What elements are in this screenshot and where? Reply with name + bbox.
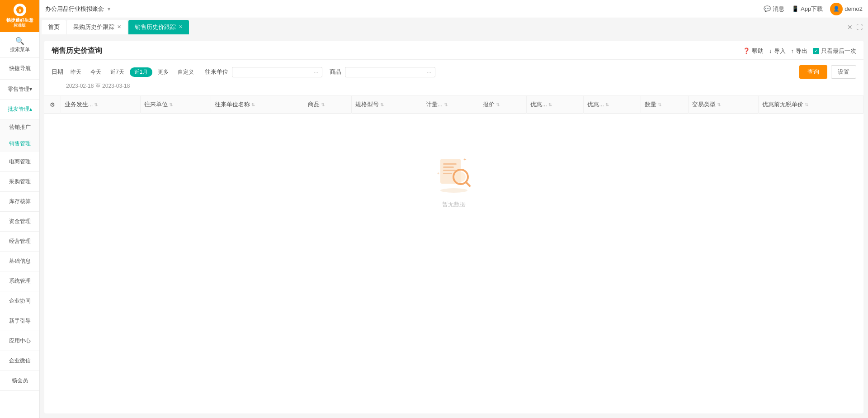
col-biz-date-label: 业务发生... xyxy=(65,100,93,109)
partner-label: 往来单位 xyxy=(205,68,228,76)
col-discount-amt-label: 优惠... xyxy=(587,100,604,109)
date-btn-1month[interactable]: 近1月 xyxy=(130,67,153,77)
tab-sales-close-icon[interactable]: ✕ xyxy=(179,24,183,30)
sidebar-item-finance[interactable]: 资金管理 xyxy=(0,212,39,232)
tab-sales-label: 销售历史价跟踪 xyxy=(135,23,176,31)
message-icon: 💬 xyxy=(764,5,771,12)
col-quote[interactable]: 报价 ⇅ xyxy=(479,96,527,114)
export-button[interactable]: ↑ 导出 xyxy=(791,47,808,55)
export-label: 导出 xyxy=(796,47,807,55)
filter-row-1: 日期 昨天 今天 近7天 近1月 更多 自定义 往来单位 xyxy=(52,65,856,79)
col-quote-sort-icon: ⇅ xyxy=(496,102,500,107)
ecommerce-label: 电商管理 xyxy=(9,158,31,166)
page-title: 销售历史价查询 xyxy=(52,46,102,56)
system-label: 系统管理 xyxy=(9,277,31,285)
user-profile[interactable]: 👤 demo2 xyxy=(830,3,863,15)
col-trade-type[interactable]: 交易类型 ⇅ xyxy=(688,96,759,114)
col-qty[interactable]: 数量 ⇅ xyxy=(641,96,688,114)
page-card: 销售历史价查询 ❓ 帮助 ↓ 导入 ↑ 导出 ✓ xyxy=(44,41,863,413)
help-button[interactable]: ❓ 帮助 xyxy=(743,47,764,55)
tab-expand-icon[interactable]: ⛶ xyxy=(856,24,863,31)
sidebar-item-inventory[interactable]: 库存核算 xyxy=(0,192,39,212)
date-range-text: 2023-02-18 至 2023-03-18 xyxy=(66,82,130,90)
tab-home[interactable]: 首页 xyxy=(42,20,66,34)
help-label: 帮助 xyxy=(752,47,764,55)
col-partner-name[interactable]: 往来单位名称 ⇅ xyxy=(211,96,304,114)
goods-filter-group: 商品 ··· xyxy=(330,67,435,77)
col-unit[interactable]: 计量... ⇅ xyxy=(422,96,479,114)
only-last-checkbox[interactable]: ✓ xyxy=(813,48,819,54)
sidebar-item-system[interactable]: 系统管理 xyxy=(0,271,39,291)
message-button[interactable]: 💬 消息 xyxy=(764,5,784,13)
date-btn-more[interactable]: 更多 xyxy=(154,67,172,77)
tab-purchase-history[interactable]: 采购历史价跟踪 ✕ xyxy=(67,20,127,34)
col-goods-sort-icon: ⇅ xyxy=(321,102,325,107)
app-logo[interactable]: 6 畅捷通好生意 标准版 xyxy=(0,0,39,32)
col-discount-rate[interactable]: 优惠... ⇅ xyxy=(527,96,584,114)
operations-label: 经营管理 xyxy=(9,238,31,245)
empty-text: 暂无数据 xyxy=(442,200,466,209)
col-partner-code-sort-icon: ⇅ xyxy=(169,102,173,107)
only-last-checkbox-wrap: ✓ 只看最后一次 xyxy=(813,47,856,55)
sidebar-item-ecommerce[interactable]: 电商管理 xyxy=(0,152,39,172)
sidebar-item-operations[interactable]: 经营管理 xyxy=(0,232,39,252)
sidebar-item-retail[interactable]: 零售管理 ▾ xyxy=(0,80,39,100)
topbar-left: 办公用品行业模拟账套 ▾ xyxy=(45,5,110,13)
col-spec[interactable]: 规格型号 ⇅ xyxy=(352,96,422,114)
tab-minimize-icon[interactable]: ✕ xyxy=(847,24,853,31)
sidebar-item-newbie[interactable]: 新手引导 xyxy=(0,311,39,331)
empty-illustration: ✦ ✦ xyxy=(431,150,476,195)
tab-purchase-label: 采购历史价跟踪 xyxy=(73,23,114,31)
date-btn-custom[interactable]: 自定义 xyxy=(174,67,198,77)
col-discount-rate-sort-icon: ⇅ xyxy=(548,102,552,107)
sidebar-item-apps[interactable]: 应用中心 xyxy=(0,331,39,351)
svg-text:6: 6 xyxy=(19,8,21,13)
date-btn-today[interactable]: 今天 xyxy=(87,67,105,77)
tab-sales-history[interactable]: 销售历史价跟踪 ✕ xyxy=(128,20,189,34)
wechat-label: 企业微信 xyxy=(9,357,31,365)
sidebar-item-marketing[interactable]: 营销推广 xyxy=(0,119,39,136)
sidebar-item-sales[interactable]: 销售管理 xyxy=(0,136,39,152)
sidebar-item-member[interactable]: 畅会员 xyxy=(0,371,39,391)
date-btn-7days[interactable]: 近7天 xyxy=(107,67,128,77)
col-trade-type-label: 交易类型 xyxy=(692,100,716,109)
sidebar-item-basic[interactable]: 基础信息 xyxy=(0,252,39,271)
apps-label: 应用中心 xyxy=(9,337,31,345)
settings-button[interactable]: 设置 xyxy=(831,65,856,79)
goods-dots-icon[interactable]: ··· xyxy=(427,69,432,76)
col-biz-date[interactable]: 业务发生... ⇅ xyxy=(61,96,141,114)
col-partner-code[interactable]: 往来单位 ⇅ xyxy=(141,96,211,114)
import-button[interactable]: ↓ 导入 xyxy=(769,47,786,55)
sidebar-item-purchase[interactable]: 采购管理 xyxy=(0,172,39,192)
col-pretax-price[interactable]: 优惠前无税单价 ⇅ xyxy=(759,96,863,114)
col-gear[interactable]: ⚙ xyxy=(44,96,61,114)
content-area: 销售历史价查询 ❓ 帮助 ↓ 导入 ↑ 导出 ✓ xyxy=(40,36,868,418)
app-download-button[interactable]: 📱 App下载 xyxy=(792,5,823,13)
topbar: 办公用品行业模拟账套 ▾ 💬 消息 📱 App下载 👤 demo2 xyxy=(40,0,868,18)
partner-dots-icon[interactable]: ··· xyxy=(314,69,319,76)
sidebar-item-wholesale[interactable]: 批发管理 ▴ xyxy=(0,100,39,119)
col-discount-amt[interactable]: 优惠... ⇅ xyxy=(584,96,641,114)
date-filter-group: 日期 昨天 今天 近7天 近1月 更多 自定义 xyxy=(52,67,198,77)
retail-arrow: ▾ xyxy=(29,86,32,92)
svg-text:✦: ✦ xyxy=(437,171,440,176)
sidebar-item-wechat[interactable]: 企业微信 xyxy=(0,351,39,371)
col-goods[interactable]: 商品 ⇅ xyxy=(304,96,352,114)
import-label: 导入 xyxy=(774,47,786,55)
partner-input-wrap[interactable]: ··· xyxy=(232,67,322,77)
topbar-right: 💬 消息 📱 App下载 👤 demo2 xyxy=(764,3,863,15)
col-qty-sort-icon: ⇅ xyxy=(658,102,661,107)
col-spec-label: 规格型号 xyxy=(355,100,379,109)
goods-input[interactable] xyxy=(349,69,426,76)
topbar-dropdown-icon[interactable]: ▾ xyxy=(108,6,110,12)
partner-input[interactable] xyxy=(236,69,313,76)
sidebar-item-search[interactable]: 🔍 搜索菜单 xyxy=(0,32,39,58)
date-btn-yesterday[interactable]: 昨天 xyxy=(67,67,85,77)
query-button[interactable]: 查询 xyxy=(799,65,827,79)
sidebar-item-enterprise[interactable]: 企业协同 xyxy=(0,291,39,311)
sidebar-item-shortcut[interactable]: 快捷导航 xyxy=(0,58,39,80)
enterprise-label: 企业协同 xyxy=(9,297,31,305)
goods-input-wrap[interactable]: ··· xyxy=(345,67,435,77)
svg-rect-7 xyxy=(443,173,452,174)
tab-purchase-close-icon[interactable]: ✕ xyxy=(117,24,121,30)
